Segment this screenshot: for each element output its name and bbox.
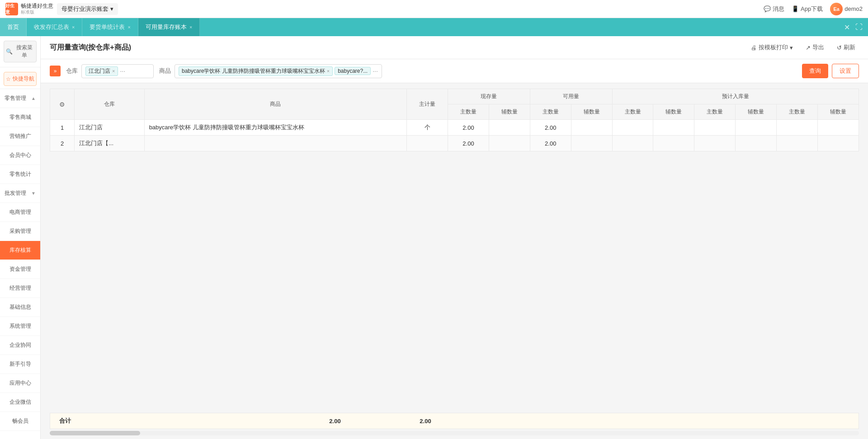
col-production-aux-header: 辅数量: [817, 104, 859, 120]
close-all-tabs-button[interactable]: ✕: [842, 21, 852, 33]
refresh-button[interactable]: ↺ 刷新: [833, 42, 859, 53]
remove-warehouse-tag[interactable]: ×: [112, 68, 115, 74]
row-purchase-aux: [653, 120, 694, 136]
row-stock-aux: [489, 136, 530, 151]
table-settings-icon: ⚙: [59, 101, 65, 108]
row-no: 1: [50, 120, 75, 136]
tabs-right-actions: ✕ ⛶: [842, 21, 868, 33]
sidebar-item-finance-mgmt[interactable]: 资金管理: [0, 260, 40, 279]
dropdown-icon: ▾: [790, 44, 793, 51]
horizontal-scrollbar[interactable]: [50, 431, 859, 435]
user-profile[interactable]: Ea demo2: [830, 3, 863, 15]
search-menu-button[interactable]: 🔍 搜索菜单: [4, 41, 37, 62]
sidebar-item-member-center[interactable]: 会员中心: [0, 146, 40, 165]
sidebar-item-ecommerce-mgmt[interactable]: 电商管理: [0, 203, 40, 222]
footer-stock-main: 2.00: [312, 418, 358, 425]
header-right: 💬 消息 📱 App下载 Ea demo2: [764, 3, 863, 15]
sidebar-item-vip-member[interactable]: 畅会员: [0, 412, 40, 431]
row-production-aux: [817, 120, 859, 136]
query-button[interactable]: 查询: [802, 64, 828, 78]
row-unit: 个: [407, 120, 448, 136]
sidebar-item-app-center[interactable]: 应用中心: [0, 374, 40, 393]
table-area: ⚙ 仓库 商品 主计量 现存量 可用量 预计入库量 主数量 辅数量 主数量 辅数…: [41, 83, 868, 413]
sidebar-item-enterprise-wechat[interactable]: 企业微信: [0, 393, 40, 412]
sidebar-item-retail-mgmt[interactable]: 零售管理 ▲: [0, 89, 40, 108]
sidebar-item-marketing[interactable]: 营销推广: [0, 127, 40, 146]
setting-button[interactable]: 设置: [832, 64, 859, 78]
close-tab-order-stat[interactable]: ×: [127, 24, 130, 30]
logo-area: 好生意 畅捷通好生意 标准版: [5, 3, 53, 15]
close-tab-receipt[interactable]: ×: [72, 24, 75, 30]
sidebar-search-area: 🔍 搜索菜单: [0, 36, 40, 67]
message-button[interactable]: 💬 消息: [764, 5, 784, 13]
tab-receipt[interactable]: 收发存汇总表 ×: [27, 18, 82, 36]
row-incoming-main: [694, 136, 736, 151]
logo-text: 畅捷通好生意 标准版: [21, 3, 53, 14]
product-filter-input[interactable]: babycare学饮杯 儿童防摔防撞吸管杯重力球吸嘴杯宝宝水杯 × babyca…: [175, 64, 382, 78]
row-incoming-main: [694, 120, 736, 136]
page-header: 可用量查询(按仓库+商品) 🖨 按模板打印 ▾ ↗ 导出 ↺ 刷新: [41, 36, 868, 59]
row-product: [144, 136, 407, 151]
chevron-down-icon: ▾: [110, 5, 113, 12]
row-avail-aux: [571, 136, 612, 151]
row-stock-aux: [489, 120, 530, 136]
row-warehouse: 江北门店: [75, 120, 144, 136]
warehouse-filter-group: 仓库 江北门店 × ···: [66, 64, 154, 78]
page-header-actions: 🖨 按模板打印 ▾ ↗ 导出 ↺ 刷新: [747, 42, 859, 59]
sidebar-item-new-guide[interactable]: 新手引导: [0, 355, 40, 374]
sidebar-item-purchase-mgmt[interactable]: 采购管理: [0, 222, 40, 241]
chevron-icon: ▼: [31, 191, 36, 196]
tab-available-stock[interactable]: 可用量库存账本 ×: [138, 18, 200, 36]
product-filter-group: 商品 babycare学饮杯 儿童防摔防撞吸管杯重力球吸嘴杯宝宝水杯 × bab…: [159, 64, 382, 78]
footer-label: 合计: [59, 417, 312, 425]
row-purchase-main: [612, 136, 653, 151]
sidebar-item-system-mgmt[interactable]: 系统管理: [0, 317, 40, 336]
remove-product-tag-1[interactable]: ×: [327, 68, 330, 74]
col-avail-main-header: 主数量: [530, 104, 571, 120]
sidebar-item-wholesale-mgmt[interactable]: 批发管理 ▼: [0, 184, 40, 203]
export-button[interactable]: ↗ 导出: [802, 42, 828, 53]
app-download-button[interactable]: 📱 App下载: [792, 5, 823, 13]
filter-more-icon: ···: [120, 67, 125, 75]
row-incoming-aux: [736, 136, 777, 151]
filter-expand-button[interactable]: »: [50, 66, 61, 76]
store-selector[interactable]: 母婴行业演示账套 ▾: [57, 3, 118, 15]
search-icon: 🔍: [6, 48, 13, 55]
print-button[interactable]: 🖨 按模板打印 ▾: [747, 42, 797, 53]
sidebar-item-basic-info[interactable]: 基础信息: [0, 298, 40, 317]
tab-order-stat[interactable]: 要货单统计表 ×: [82, 18, 138, 36]
row-purchase-main: [612, 120, 653, 136]
sidebar: 🔍 搜索菜单 ☆ 快捷导航 零售管理 ▲ 零售商城 营销推广 会员中心 零售统计: [0, 36, 41, 439]
col-production-main-header: 主数量: [777, 104, 818, 120]
col-incoming-aux-header: 辅数量: [736, 104, 777, 120]
col-product-header: 商品: [144, 89, 407, 120]
warehouse-filter-label: 仓库: [66, 67, 78, 75]
top-header: 好生意 畅捷通好生意 标准版 母婴行业演示账套 ▾ 💬 消息 📱 App下载 E…: [0, 0, 868, 18]
row-stock-main: 2.00: [448, 136, 489, 151]
warehouse-filter-input[interactable]: 江北门店 × ···: [81, 64, 154, 78]
col-purchase-main-header: 主数量: [612, 104, 653, 120]
product-filter-label: 商品: [159, 67, 171, 75]
sidebar-item-retail-mall[interactable]: 零售商城: [0, 108, 40, 127]
col-settings-header[interactable]: ⚙: [50, 89, 75, 120]
footer-total-row: 合计 2.00 2.00: [50, 413, 859, 429]
col-stock-group-header: 现存量: [448, 89, 530, 104]
row-incoming-aux: [736, 120, 777, 136]
scrollbar-thumb[interactable]: [50, 431, 140, 435]
row-avail-main: 2.00: [530, 120, 571, 136]
table-row: 1 江北门店 babycare学饮杯 儿童防摔防撞吸管杯重力球吸嘴杯宝宝水杯 个…: [50, 120, 859, 136]
tab-home[interactable]: 首页: [0, 18, 27, 36]
close-tab-available-stock[interactable]: ×: [189, 24, 192, 30]
quick-nav-button[interactable]: ☆ 快捷导航: [4, 72, 37, 86]
col-warehouse-header: 仓库: [75, 89, 144, 120]
expand-tabs-button[interactable]: ⛶: [854, 21, 864, 33]
nav-tabs: 首页 收发存汇总表 × 要货单统计表 × 可用量库存账本 × ✕ ⛶: [0, 18, 868, 36]
row-no: 2: [50, 136, 75, 151]
sidebar-item-ops-mgmt[interactable]: 经营管理: [0, 279, 40, 298]
sidebar-item-enterprise-collab[interactable]: 企业协同: [0, 336, 40, 355]
filter-more-icon-2: ···: [373, 67, 378, 75]
sidebar-item-retail-stat[interactable]: 零售统计: [0, 165, 40, 184]
row-unit: [407, 136, 448, 151]
row-production-main: [777, 120, 818, 136]
sidebar-item-inventory-check[interactable]: 库存核算: [0, 241, 40, 260]
